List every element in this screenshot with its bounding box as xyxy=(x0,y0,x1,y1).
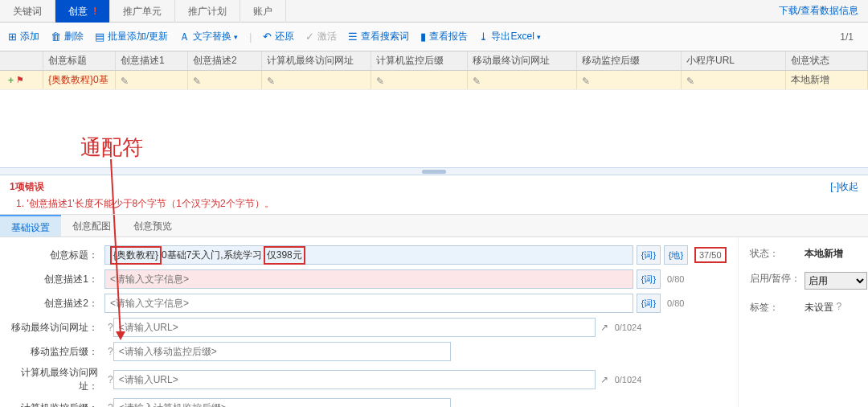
side-enable-label: 启用/暂停： xyxy=(750,272,805,290)
batch-button[interactable]: ▤批量添加/更新 xyxy=(95,30,168,43)
warning-icon: ! xyxy=(93,6,96,17)
report-button[interactable]: ▮查看报告 xyxy=(420,30,468,43)
desc2-input[interactable] xyxy=(104,294,633,313)
restore-icon: ↶ xyxy=(263,31,272,43)
side-panel: 状态： 本地新增 启用/暂停： 启用 标签： 未设置 ? xyxy=(738,237,868,407)
insert-word-button[interactable]: {词} xyxy=(637,294,661,313)
msfx-input[interactable] xyxy=(113,342,451,361)
main-tab-bar: 关键词 创意 ! 推广单元 推广计划 账户 下载/查看数据信息 xyxy=(0,0,868,23)
cell-mini[interactable] xyxy=(682,71,786,89)
toolbar: ⊞添加 🗑删除 ▤批量添加/更新 Ａ文字替换▾ | ↶还原 ✓激活 ☰查看搜索词… xyxy=(0,23,868,51)
search-terms-button[interactable]: ☰查看搜索词 xyxy=(348,30,409,43)
grid-header: 创意标题 创意描述1 创意描述2 计算机最终访问网址 计算机监控后缀 移动最终访… xyxy=(0,51,868,71)
tab-keyword[interactable]: 关键词 xyxy=(0,0,55,23)
label-curl: 计算机最终访问网址： xyxy=(11,366,104,393)
help-icon[interactable]: ? xyxy=(108,346,113,357)
side-state-value: 本地新增 xyxy=(805,247,843,261)
help-icon[interactable]: ? xyxy=(108,402,113,407)
edit-icon xyxy=(376,76,386,85)
insert-region-button[interactable]: {地} xyxy=(664,245,688,265)
add-button[interactable]: ⊞添加 xyxy=(8,30,39,43)
cell-murl[interactable] xyxy=(468,71,577,89)
enable-select[interactable]: 启用 xyxy=(805,272,867,290)
download-data-link[interactable]: 下载/查看数据信息 xyxy=(779,4,858,18)
label-csfx: 计算机监控后缀： xyxy=(11,401,104,408)
check-icon: ✓ xyxy=(305,31,314,43)
ftab-basic[interactable]: 基础设置 xyxy=(0,215,61,236)
cell-pcurl[interactable] xyxy=(262,71,371,89)
edit-icon xyxy=(473,76,482,85)
cell-title[interactable]: {奥数教程}0基 xyxy=(43,71,116,89)
insert-word-button[interactable]: {词} xyxy=(637,269,661,289)
error-item: 1. '创意描述1'长度不能少于8个字节（1个汉字为2个字节）。 xyxy=(16,197,858,211)
side-state-label: 状态： xyxy=(750,247,805,261)
grid-row[interactable]: + ⚑ {奥数教程}0基 本地新增 xyxy=(0,71,868,90)
col-pcurl: 计算机最终访问网址 xyxy=(262,51,371,70)
popout-icon[interactable]: ↗ xyxy=(600,322,608,333)
col-pcsfx: 计算机监控后缀 xyxy=(371,51,468,70)
label-title: 创意标题： xyxy=(11,249,104,262)
trash-icon: 🗑 xyxy=(51,31,61,43)
chart-icon: ▮ xyxy=(420,31,426,43)
curl-input[interactable] xyxy=(113,370,596,389)
tab-unit[interactable]: 推广单元 xyxy=(110,0,175,23)
replace-icon: Ａ xyxy=(179,30,190,44)
replace-button[interactable]: Ａ文字替换▾ xyxy=(179,30,238,44)
chevron-down-icon: ▾ xyxy=(234,33,238,41)
chevron-down-icon: ▾ xyxy=(537,33,541,41)
desc2-counter: 0/80 xyxy=(667,298,684,308)
export-icon: ⤓ xyxy=(479,31,488,43)
activate-button: ✓激活 xyxy=(305,30,337,43)
curl-counter: 0/1024 xyxy=(615,375,642,384)
col-desc1: 创意描述1 xyxy=(116,51,188,70)
label-desc2: 创意描述2： xyxy=(11,297,104,310)
export-button[interactable]: ⤓导出Excel▾ xyxy=(479,30,540,43)
edit-icon xyxy=(193,76,203,85)
murl-input[interactable] xyxy=(113,318,596,337)
insert-word-button[interactable]: {词} xyxy=(637,245,661,265)
delete-button[interactable]: 🗑删除 xyxy=(51,30,84,43)
cell-pcsfx[interactable] xyxy=(371,71,468,89)
side-tag-label: 标签： xyxy=(750,301,805,314)
title-counter: 37/50 xyxy=(694,247,727,263)
collapse-link[interactable]: [-]收起 xyxy=(830,180,858,194)
pager: 1/1 xyxy=(840,31,860,43)
tab-account[interactable]: 账户 xyxy=(240,0,286,23)
error-flag-icon: ⚑ xyxy=(16,75,24,85)
murl-counter: 0/1024 xyxy=(615,323,642,332)
error-panel: 1项错误 1. '创意描述1'长度不能少于8个字节（1个汉字为2个字节）。 [-… xyxy=(0,175,868,215)
col-title: 创意标题 xyxy=(43,51,116,70)
label-desc1: 创意描述1： xyxy=(11,273,104,286)
edit-icon xyxy=(686,76,696,85)
csfx-input[interactable] xyxy=(113,398,451,407)
help-icon[interactable]: ? xyxy=(837,301,842,314)
cell-desc1[interactable] xyxy=(116,71,188,89)
annotation-text: 通配符 xyxy=(80,134,143,162)
label-murl: 移动最终访问网址： xyxy=(11,321,104,335)
grip-icon xyxy=(422,170,446,174)
label-msfx: 移动监控后缀： xyxy=(11,345,104,359)
row-add-icon[interactable]: + xyxy=(5,75,14,86)
restore-button[interactable]: ↶还原 xyxy=(263,30,294,43)
plus-icon: ⊞ xyxy=(8,31,17,43)
cell-msfx[interactable] xyxy=(577,71,682,89)
tab-creative[interactable]: 创意 ! xyxy=(55,0,110,23)
edit-icon xyxy=(582,76,592,85)
desc1-counter: 0/80 xyxy=(667,274,684,284)
popout-icon[interactable]: ↗ xyxy=(600,374,608,385)
desc1-input[interactable] xyxy=(104,269,633,289)
side-tag-value: 未设置 xyxy=(805,301,833,314)
col-msfx: 移动监控后缀 xyxy=(577,51,682,70)
search-icon: ☰ xyxy=(348,31,358,43)
tab-plan[interactable]: 推广计划 xyxy=(175,0,240,23)
cell-desc2[interactable] xyxy=(188,71,262,89)
col-murl: 移动最终访问网址 xyxy=(468,51,577,70)
edit-icon xyxy=(121,76,130,85)
annotation-overlay: 通配符 xyxy=(0,90,868,167)
error-title: 1项错误 xyxy=(10,180,858,194)
edit-icon xyxy=(267,76,276,85)
col-status: 创意状态 xyxy=(786,51,868,70)
help-icon[interactable]: ? xyxy=(108,374,113,385)
col-blank xyxy=(0,51,43,70)
title-input[interactable]: {奥数教程} 0基础7天入门,系统学习 仅398元 xyxy=(104,245,633,265)
